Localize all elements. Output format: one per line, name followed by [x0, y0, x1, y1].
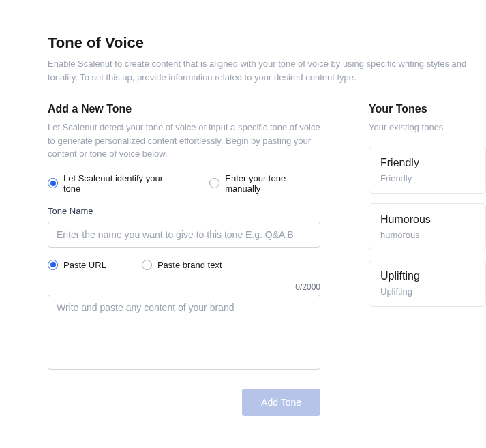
add-tone-button[interactable]: Add Tone [242, 389, 320, 416]
radio-paste-url[interactable]: Paste URL [48, 260, 106, 270]
radio-identify-tone[interactable]: Let Scalenut identify your tone [48, 173, 179, 194]
radio-icon [209, 178, 219, 188]
tone-card-name: Uplifting [380, 270, 474, 282]
tone-card-desc: Uplifting [380, 286, 474, 297]
radio-label: Paste brand text [157, 260, 222, 270]
source-radio-group: Paste URL Paste brand text [48, 260, 320, 270]
radio-label: Enter your tone manually [225, 173, 320, 194]
radio-icon [48, 178, 58, 188]
content-columns: Add a New Tone Let Scalenut detect your … [48, 103, 486, 416]
your-tones-panel: Your Tones Your existing tones Friendly … [348, 103, 486, 416]
tone-card[interactable]: Friendly Friendly [369, 147, 486, 194]
tone-card-desc: humorous [380, 230, 474, 240]
brand-content-textarea[interactable] [48, 295, 320, 370]
radio-label: Paste URL [63, 260, 106, 270]
tone-card-name: Humorous [380, 213, 474, 226]
tone-card[interactable]: Uplifting Uplifting [369, 260, 486, 307]
tone-name-input[interactable] [48, 222, 320, 248]
add-tone-panel: Add a New Tone Let Scalenut detect your … [48, 103, 320, 416]
tone-mode-radio-group: Let Scalenut identify your tone Enter yo… [48, 173, 320, 194]
char-counter: 0/2000 [48, 282, 320, 292]
radio-paste-text[interactable]: Paste brand text [142, 260, 222, 270]
your-tones-heading: Your Tones [369, 103, 486, 115]
your-tones-sub: Your existing tones [369, 121, 486, 134]
radio-icon [48, 260, 58, 270]
page-description: Enable Scalenut to create content that i… [48, 57, 484, 84]
button-row: Add Tone [48, 389, 320, 416]
radio-manual-tone[interactable]: Enter your tone manually [209, 173, 320, 194]
tone-name-label: Tone Name [48, 206, 320, 216]
tone-card-desc: Friendly [380, 173, 474, 183]
tone-card[interactable]: Humorous humorous [369, 203, 486, 250]
add-tone-description: Let Scalenut detect your tone of voice o… [48, 121, 320, 161]
tone-card-name: Friendly [380, 157, 474, 169]
tone-of-voice-page: Tone of Voice Enable Scalenut to create … [0, 0, 486, 448]
radio-label: Let Scalenut identify your tone [63, 173, 179, 194]
add-tone-heading: Add a New Tone [48, 103, 320, 115]
radio-icon [142, 260, 152, 270]
page-title: Tone of Voice [48, 34, 486, 52]
